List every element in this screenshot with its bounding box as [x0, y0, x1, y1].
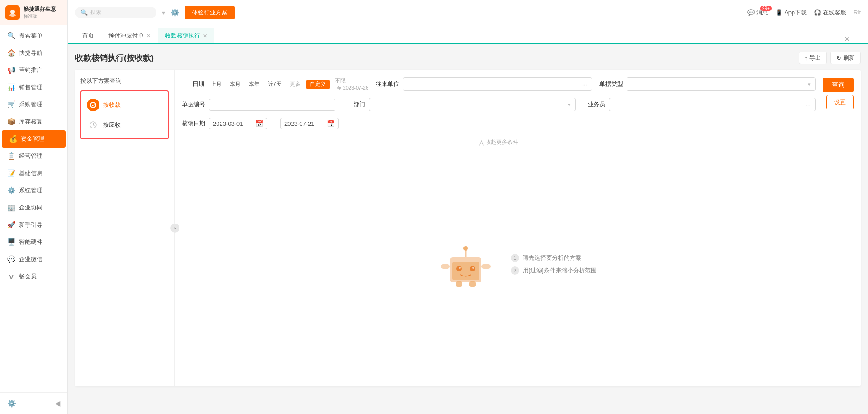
topbar-search-box[interactable]: 🔍 搜索 — [75, 7, 156, 18]
sidebar-item-search[interactable]: 🔍 搜索菜单 — [0, 27, 67, 44]
sidebar-item-finance[interactable]: 💰 资金管理 — [2, 130, 66, 148]
topbar-search-icon: 🔍 — [80, 9, 88, 16]
topbar-chevron-icon[interactable]: ▾ — [162, 9, 165, 16]
sidebar-item-system[interactable]: ⚙️ 系统管理 — [0, 182, 67, 199]
member-icon: V — [7, 273, 15, 281]
tabbar-actions: ✕ ⛶ — [844, 35, 861, 43]
tab-close-all-icon[interactable]: ✕ — [844, 35, 850, 43]
tip-2-num: 2 — [511, 266, 519, 275]
date-opt-this-month[interactable]: 本月 — [227, 80, 243, 89]
app-download-button[interactable]: 📱 App下载 — [775, 9, 807, 17]
right-panel: 日期 上月 本月 本年 近7天 更多 自定义 — [175, 70, 861, 386]
topbar-right: 💬 消息 99+ 📱 App下载 🎧 在线客服 Rit — [747, 9, 861, 17]
verify-date-end-value[interactable] — [284, 120, 325, 127]
verify-date-start-input[interactable]: 📅 — [209, 118, 267, 129]
date-opt-this-year[interactable]: 本年 — [246, 80, 262, 89]
filter-settings-button[interactable]: 设置 — [826, 95, 854, 109]
verify-date-start-calendar-icon[interactable]: 📅 — [255, 120, 263, 127]
sidebar-item-inventory[interactable]: 📦 库存核算 — [0, 113, 67, 130]
docno-label: 单据编号 — [182, 100, 205, 109]
sidebar-item-wechat[interactable]: 💬 企业微信 — [0, 251, 67, 268]
collapse-sidebar-icon[interactable]: ◀ — [55, 399, 60, 408]
online-service-button[interactable]: 🎧 在线客服 — [814, 9, 846, 17]
inventory-icon: 📦 — [7, 118, 15, 126]
query-box: 按收款 按应收 — [80, 90, 169, 139]
filter-area: 日期 上月 本月 本年 近7天 更多 自定义 — [182, 77, 854, 149]
filter-main: 日期 上月 本月 本年 近7天 更多 自定义 — [182, 77, 816, 149]
query-item-by-receipt[interactable]: 按收款 — [85, 95, 164, 115]
page-header-actions: ↑ 导出 ↻ 刷新 — [799, 52, 861, 64]
empty-tip-1: 1 请先选择要分析的方案 — [511, 254, 596, 262]
sidebar-label-wechat: 企业微信 — [19, 255, 42, 263]
collapse-more-btn[interactable]: ⋀ 收起更多条件 — [182, 136, 816, 149]
sidebar-item-corp[interactable]: 🏢 企业协同 — [0, 199, 67, 216]
sidebar-item-hardware[interactable]: 🖥️ 智能硬件 — [0, 233, 67, 251]
message-icon: 💬 — [747, 9, 755, 16]
sidebar-label-guide: 新手引导 — [19, 221, 42, 229]
search-button[interactable]: 查询 — [823, 78, 854, 92]
query-item-by-receivable[interactable]: 按应收 — [85, 115, 164, 135]
sidebar-item-sales[interactable]: 📊 销售管理 — [0, 79, 67, 96]
user-name: Rit — [854, 9, 861, 16]
sidebar-item-quick[interactable]: 🏠 快捷导航 — [0, 44, 67, 62]
settings-bottom-icon[interactable]: ⚙️ — [7, 399, 16, 408]
dept-select[interactable]: ▾ — [369, 98, 576, 111]
salesman-label: 业务员 — [583, 100, 605, 109]
verify-date-end-input[interactable]: 📅 — [280, 118, 339, 129]
sidebar-item-marketing[interactable]: 📢 营销推广 — [0, 62, 67, 79]
page-content: 收款核销执行(按收款) ↑ 导出 ↻ 刷新 按以下方案查询 — [68, 44, 868, 414]
sidebar-item-purchase[interactable]: 🛒 采购管理 — [0, 96, 67, 113]
salesman-input[interactable]: ··· — [609, 98, 816, 111]
counterpart-input[interactable]: ··· — [403, 77, 592, 91]
query-label-by-receipt: 按收款 — [103, 101, 121, 109]
sidebar-bottom: ⚙️ ◀ — [0, 392, 67, 414]
verify-date-end-calendar-icon[interactable]: 📅 — [327, 120, 335, 127]
refresh-button[interactable]: ↻ 刷新 — [830, 52, 861, 64]
sidebar-label-quick: 快捷导航 — [19, 49, 42, 57]
date-custom-btn[interactable]: 自定义 — [306, 80, 330, 89]
topbar-gear-icon[interactable]: ⚙️ — [170, 8, 179, 17]
query-label-by-receivable: 按应收 — [103, 121, 121, 129]
tab-expand-icon[interactable]: ⛶ — [854, 35, 861, 43]
messages-button[interactable]: 💬 消息 99+ — [747, 9, 768, 17]
doctype-label: 单据类型 — [599, 80, 623, 88]
left-panel-collapse-btn[interactable]: » — [170, 224, 179, 233]
sales-icon: 📊 — [7, 83, 15, 91]
svg-point-7 — [470, 266, 475, 271]
docno-input[interactable] — [209, 99, 335, 111]
date-to: 至 2023-07-26 — [337, 85, 368, 91]
tab-receipt-verify[interactable]: 收款核销执行 ✕ — [158, 28, 214, 44]
sidebar-item-guide[interactable]: 🚀 新手引导 — [0, 216, 67, 233]
tab-prepayment-close[interactable]: ✕ — [146, 33, 151, 39]
dept-chevron-icon: ▾ — [568, 102, 571, 108]
industry-solution-button[interactable]: 体验行业方案 — [185, 6, 235, 19]
tip-2-text: 用[过滤]条件来缩小分析范围 — [523, 266, 596, 275]
date-opt-last-month[interactable]: 上月 — [208, 80, 224, 89]
sidebar-item-base[interactable]: 📝 基础信息 — [0, 165, 67, 182]
date-opt-more[interactable]: 更多 — [287, 80, 303, 89]
sidebar-label-corp: 企业协同 — [19, 204, 42, 212]
collapse-label: 收起更多条件 — [486, 138, 518, 146]
tab-prepayment-label: 预付冲应付单 — [108, 32, 144, 40]
topbar-search-placeholder: 搜索 — [90, 9, 101, 16]
export-button[interactable]: ↑ 导出 — [799, 52, 827, 64]
tab-receipt-verify-close[interactable]: ✕ — [203, 33, 207, 39]
doctype-select[interactable]: ▾ — [627, 77, 816, 91]
tab-prepayment[interactable]: 预付冲应付单 ✕ — [101, 28, 158, 44]
counterpart-dots-icon: ··· — [582, 81, 587, 88]
date-opt-7days[interactable]: 近7天 — [265, 80, 284, 89]
left-panel: 按以下方案查询 按收款 按应收 » — [75, 70, 175, 386]
verify-date-start-value[interactable] — [213, 120, 254, 127]
svg-rect-15 — [469, 281, 476, 287]
sidebar-item-member[interactable]: V 畅会员 — [0, 268, 67, 285]
operation-icon: 📋 — [7, 152, 15, 160]
app-version: 标准版 — [24, 13, 56, 19]
svg-point-6 — [456, 266, 462, 271]
corp-icon: 🏢 — [7, 204, 15, 212]
nav-menu: 🔍 搜索菜单 🏠 快捷导航 📢 营销推广 📊 销售管理 🛒 采购管理 📦 库存核… — [0, 25, 67, 392]
svg-point-9 — [472, 267, 474, 269]
sidebar-item-operation[interactable]: 📋 经营管理 — [0, 148, 67, 165]
tip-1-text: 请先选择要分析的方案 — [523, 254, 581, 262]
svg-point-8 — [459, 267, 461, 269]
tab-home[interactable]: 首页 — [75, 28, 101, 44]
